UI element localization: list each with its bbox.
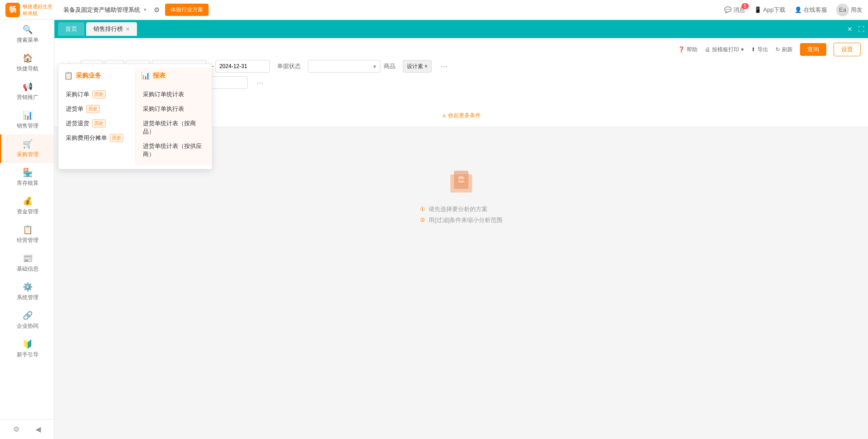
sidebar-item-operation[interactable]: 📋 经营管理 [0, 220, 54, 249]
dropdown-item-return[interactable]: 进货退货 历史 [64, 116, 130, 131]
help-icon: ❓ [678, 46, 685, 53]
marketing-icon: 📢 [23, 82, 33, 92]
avatar: Ea [836, 4, 849, 16]
system-title-area: 装备及固定资产辅助管理系统 ▾ ⚙ [63, 6, 160, 14]
sidebar-item-label: 新手引导 [17, 351, 39, 359]
purchase-order-exec-label: 采购订单执行表 [143, 105, 184, 113]
message-btn[interactable]: 💬 消息 5 [724, 6, 745, 14]
sidebar-item-marketing[interactable]: 📢 营销推广 [0, 77, 54, 106]
sidebar-item-label: 销售管理 [17, 122, 39, 130]
sidebar-item-label: 经营管理 [17, 237, 39, 244]
help-btn[interactable]: ❓ 帮助 [678, 46, 697, 54]
purchase-icon: 🛒 [23, 139, 33, 149]
purchase-col-icon: 📋 [64, 71, 73, 80]
sidebar-item-quick-nav[interactable]: 🏠 快捷导航 [0, 49, 54, 77]
tab-bar: 首页 销售排行榜 ✕ ✕ ⛶ [54, 20, 868, 38]
refresh-btn[interactable]: ↻ 刷新 [775, 46, 793, 54]
sidebar-item-enterprise[interactable]: 🔗 企业协同 [0, 306, 54, 335]
purchase-col-title: 📋 采购业务 [64, 71, 130, 83]
refresh-icon: ↻ [775, 46, 780, 53]
sidebar-settings-btn[interactable]: ⚙ [13, 425, 20, 434]
empty-text-2: ② 用[过滤]条件来缩小分析范围 [420, 216, 503, 224]
inventory-icon: 🏪 [23, 168, 33, 178]
salesman-more-btn[interactable]: ··· [257, 78, 263, 88]
online-service-btn[interactable]: 👤 在线客服 [795, 6, 827, 14]
header-right: 💬 消息 5 📱 App下载 👤 在线客服 Ea 用友 [724, 4, 863, 16]
sidebar-item-sales[interactable]: 📊 销售管理 [0, 106, 54, 134]
service-icon: 👤 [795, 6, 802, 13]
dropdown-item-inbound-stat-supplier[interactable]: 进货单统计表（按供应商） [141, 139, 207, 162]
sidebar-item-system[interactable]: ⚙️ 系统管理 [0, 277, 54, 306]
operation-icon: 📋 [23, 225, 33, 235]
export-btn[interactable]: ⬆ 导出 [751, 46, 768, 54]
print-btn[interactable]: 🖨 按模板打印 ▾ [705, 46, 744, 54]
app-download-label: App下载 [763, 6, 785, 14]
date-to-input[interactable] [215, 60, 270, 73]
inbound-label: 进货单 [66, 105, 83, 113]
sidebar-item-purchase[interactable]: 🛒 采购管理 [0, 134, 54, 163]
finance-icon: 💰 [23, 196, 33, 206]
home-icon: 🏠 [23, 53, 33, 63]
user-label: 用友 [851, 6, 863, 14]
system-title-text: 装备及固定资产辅助管理系统 [63, 6, 140, 14]
dropdown-item-cost[interactable]: 采购费用分摊单 历史 [64, 131, 130, 145]
history-badge-4: 历史 [110, 134, 123, 142]
logo-text: 畅捷通好生意 标准版 [23, 3, 53, 16]
svg-rect-3 [457, 179, 465, 181]
message-icon: 💬 [724, 6, 731, 13]
tab-home-label: 首页 [65, 25, 77, 33]
sidebar-item-basic-info[interactable]: 📰 基础信息 [0, 249, 54, 277]
sidebar-item-finance[interactable]: 💰 资金管理 [0, 192, 54, 220]
sidebar: 🔍 搜索菜单 🏠 快捷导航 📢 营销推广 📊 销售管理 🛒 采购管理 🏪 库存核… [0, 20, 54, 439]
system-title-arrow-icon[interactable]: ▾ [144, 7, 146, 13]
sidebar-item-inventory[interactable]: 🏪 库存核算 [0, 163, 54, 192]
tab-close-all-icon[interactable]: ✕ [847, 25, 853, 33]
doc-status-input[interactable] [308, 60, 380, 73]
sidebar-item-label: 快捷导航 [17, 65, 39, 73]
print-arrow-icon: ▾ [741, 46, 744, 53]
basic-info-icon: 📰 [23, 253, 33, 263]
print-icon: 🖨 [705, 46, 710, 53]
sidebar-item-label: 搜索菜单 [17, 36, 39, 44]
goods-tag: 设计素 × [403, 60, 432, 73]
sidebar-item-label: 企业协同 [17, 322, 39, 330]
report-col-title: 📊 报表 [141, 71, 207, 83]
sales-icon: 📊 [23, 110, 33, 120]
sidebar-collapse-btn[interactable]: ◀ [35, 425, 41, 434]
tab-maximize-icon[interactable]: ⛶ [858, 25, 864, 33]
tab-sales-rank[interactable]: 销售排行榜 ✕ [86, 22, 137, 36]
dropdown-item-inbound[interactable]: 进货单 历史 [64, 102, 130, 116]
goods-tag-text: 设计素 × [407, 63, 428, 70]
sidebar-item-guide[interactable]: 🔰 新手引导 [0, 335, 54, 363]
dropdown-item-inbound-stat-goods[interactable]: 进货单统计表（按商品） [141, 116, 207, 139]
sidebar-bottom: ⚙ ◀ [0, 419, 54, 439]
query-btn[interactable]: 查询 [800, 43, 826, 56]
message-badge: 5 [741, 3, 749, 9]
sidebar-item-search[interactable]: 🔍 搜索菜单 [0, 20, 54, 49]
sidebar-item-label: 采购管理 [17, 151, 39, 158]
dropdown-col-report: 📊 报表 采购订单统计表 采购订单执行表 进货单统计表（按商品） 进货单统计表（… [136, 68, 212, 165]
svg-rect-4 [458, 183, 464, 184]
system-settings-icon[interactable]: ⚙ [154, 6, 160, 14]
settings-btn[interactable]: 设置 [834, 43, 861, 56]
industry-btn[interactable]: 体验行业方案 [165, 4, 209, 16]
report-col-title-text: 报表 [153, 72, 166, 80]
collapse-btn[interactable]: ∧ 收起更多条件 [442, 109, 481, 122]
dropdown-item-purchase-order-exec[interactable]: 采购订单执行表 [141, 102, 207, 116]
doc-status-label: 单据状态 [277, 62, 301, 70]
enterprise-icon: 🔗 [23, 311, 33, 321]
guide-icon: 🔰 [23, 339, 33, 349]
collapse-label: 收起更多条件 [448, 112, 481, 119]
empty-illustration [443, 163, 479, 200]
goods-label: 商品 [384, 62, 395, 70]
user-area[interactable]: Ea 用友 [836, 4, 863, 16]
tab-home[interactable]: 首页 [58, 22, 84, 36]
dropdown-item-purchase-order[interactable]: 采购订单 历史 [64, 87, 130, 102]
cost-label: 采购费用分摊单 [66, 134, 107, 142]
goods-more-btn[interactable]: ··· [441, 62, 448, 71]
tab-close-icon[interactable]: ✕ [126, 26, 130, 32]
dropdown-item-purchase-order-stat[interactable]: 采购订单统计表 [141, 87, 207, 102]
top-header: 畅 畅捷通好生意 标准版 装备及固定资产辅助管理系统 ▾ ⚙ 体验行业方案 💬 … [0, 0, 868, 20]
app-download-btn[interactable]: 📱 App下载 [754, 6, 785, 14]
export-icon: ⬆ [751, 46, 756, 53]
